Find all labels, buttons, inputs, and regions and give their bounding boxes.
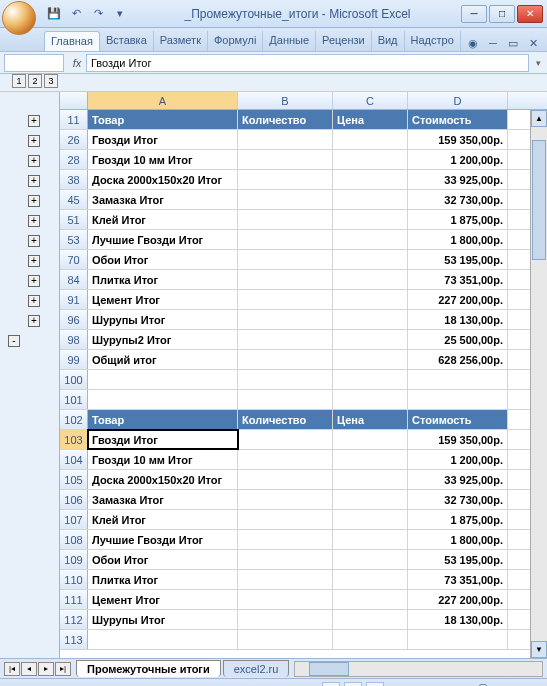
close-button[interactable]: ✕ — [517, 5, 543, 23]
cell[interactable] — [333, 490, 408, 509]
name-box[interactable] — [4, 54, 64, 72]
row-number[interactable]: 70 — [60, 250, 88, 269]
row-number[interactable]: 113 — [60, 630, 88, 649]
cell[interactable]: 1 875,00р. — [408, 210, 508, 229]
ribbon-tab[interactable]: Вид — [372, 31, 405, 51]
ribbon-minimize-icon[interactable]: ─ — [485, 35, 501, 51]
outline-expand-icon[interactable]: + — [28, 195, 40, 207]
cell[interactable] — [333, 630, 408, 649]
column-header[interactable]: B — [238, 92, 333, 109]
cell[interactable] — [333, 150, 408, 169]
cell[interactable]: 25 500,00р. — [408, 330, 508, 349]
hscroll-thumb[interactable] — [309, 662, 349, 676]
row-number[interactable]: 26 — [60, 130, 88, 149]
redo-icon[interactable]: ↷ — [88, 4, 108, 24]
restore-workbook-icon[interactable]: ▭ — [505, 35, 521, 51]
cell[interactable]: 18 130,00р. — [408, 610, 508, 629]
cell[interactable] — [333, 610, 408, 629]
cell[interactable] — [238, 150, 333, 169]
cell[interactable] — [333, 390, 408, 409]
header-cell[interactable]: Цена — [333, 110, 408, 129]
cell[interactable] — [238, 590, 333, 609]
cell[interactable] — [238, 550, 333, 569]
cell[interactable] — [408, 630, 508, 649]
outline-collapse-icon[interactable]: - — [8, 335, 20, 347]
cell[interactable]: 53 195,00р. — [408, 550, 508, 569]
outline-expand-icon[interactable]: + — [28, 175, 40, 187]
cell[interactable] — [333, 310, 408, 329]
cell[interactable]: Гвозди Итог — [88, 430, 238, 449]
cell[interactable]: Цемент Итог — [88, 590, 238, 609]
cell[interactable]: 18 130,00р. — [408, 310, 508, 329]
cell[interactable]: Лучшие Гвозди Итог — [88, 530, 238, 549]
row-number[interactable]: 38 — [60, 170, 88, 189]
cell[interactable] — [238, 270, 333, 289]
ribbon-tab[interactable]: Рецензи — [316, 31, 372, 51]
cell[interactable] — [238, 430, 333, 449]
cell[interactable] — [238, 490, 333, 509]
cell[interactable]: Доска 2000х150х20 Итог — [88, 470, 238, 489]
tab-first-icon[interactable]: |◂ — [4, 662, 20, 676]
row-number[interactable]: 11 — [60, 110, 88, 129]
row-number[interactable]: 110 — [60, 570, 88, 589]
cell[interactable] — [238, 630, 333, 649]
cell[interactable]: Обои Итог — [88, 250, 238, 269]
outline-expand-icon[interactable]: + — [28, 295, 40, 307]
cell[interactable]: 53 195,00р. — [408, 250, 508, 269]
scroll-down-icon[interactable]: ▼ — [531, 641, 547, 658]
header-cell[interactable]: Стоимость — [408, 410, 508, 429]
cell[interactable]: 73 351,00р. — [408, 270, 508, 289]
cell[interactable] — [333, 550, 408, 569]
outline-level-button[interactable]: 3 — [44, 74, 58, 88]
cell[interactable] — [408, 390, 508, 409]
row-number[interactable]: 100 — [60, 370, 88, 389]
cell[interactable] — [238, 330, 333, 349]
row-number[interactable]: 103 — [60, 430, 88, 449]
cell[interactable] — [333, 330, 408, 349]
ribbon-tab[interactable]: Данные — [263, 31, 316, 51]
row-number[interactable]: 101 — [60, 390, 88, 409]
cell[interactable]: Цемент Итог — [88, 290, 238, 309]
cell[interactable] — [238, 530, 333, 549]
ribbon-tab[interactable]: Разметк — [154, 31, 208, 51]
cell[interactable]: 33 925,00р. — [408, 170, 508, 189]
sheet-tab-inactive[interactable]: excel2.ru — [223, 660, 290, 677]
formula-input[interactable]: Гвозди Итог — [86, 54, 529, 72]
cell[interactable]: 32 730,00р. — [408, 490, 508, 509]
expand-formula-icon[interactable]: ▾ — [529, 58, 547, 68]
row-number[interactable]: 84 — [60, 270, 88, 289]
cell[interactable]: 1 875,00р. — [408, 510, 508, 529]
cell[interactable]: Шурупы Итог — [88, 310, 238, 329]
cell[interactable]: Гвозди Итог — [88, 130, 238, 149]
cell[interactable]: 33 925,00р. — [408, 470, 508, 489]
close-workbook-icon[interactable]: ✕ — [525, 35, 541, 51]
cell[interactable] — [238, 130, 333, 149]
minimize-button[interactable]: ─ — [461, 5, 487, 23]
outline-expand-icon[interactable]: + — [28, 155, 40, 167]
row-number[interactable]: 102 — [60, 410, 88, 429]
cell[interactable] — [238, 610, 333, 629]
cell[interactable] — [333, 370, 408, 389]
cell[interactable] — [238, 230, 333, 249]
header-cell[interactable]: Товар — [88, 410, 238, 429]
cell[interactable]: Шурупы2 Итог — [88, 330, 238, 349]
cell[interactable]: 1 800,00р. — [408, 530, 508, 549]
outline-expand-icon[interactable]: + — [28, 275, 40, 287]
column-header[interactable]: D — [408, 92, 508, 109]
ribbon-tab[interactable]: Формулі — [208, 31, 263, 51]
tab-last-icon[interactable]: ▸| — [55, 662, 71, 676]
tab-next-icon[interactable]: ▸ — [38, 662, 54, 676]
cell[interactable] — [333, 170, 408, 189]
fx-icon[interactable]: fx — [68, 57, 86, 69]
row-number[interactable]: 91 — [60, 290, 88, 309]
cell[interactable]: 73 351,00р. — [408, 570, 508, 589]
outline-expand-icon[interactable]: + — [28, 255, 40, 267]
cell[interactable]: 227 200,00р. — [408, 290, 508, 309]
view-break-icon[interactable] — [366, 682, 384, 687]
row-number[interactable]: 96 — [60, 310, 88, 329]
cell[interactable]: Гвозди 10 мм Итог — [88, 450, 238, 469]
cell[interactable]: Замазка Итог — [88, 190, 238, 209]
ribbon-tab[interactable]: Главная — [44, 31, 100, 51]
cell[interactable]: 227 200,00р. — [408, 590, 508, 609]
cell[interactable]: 159 350,00р. — [408, 430, 508, 449]
